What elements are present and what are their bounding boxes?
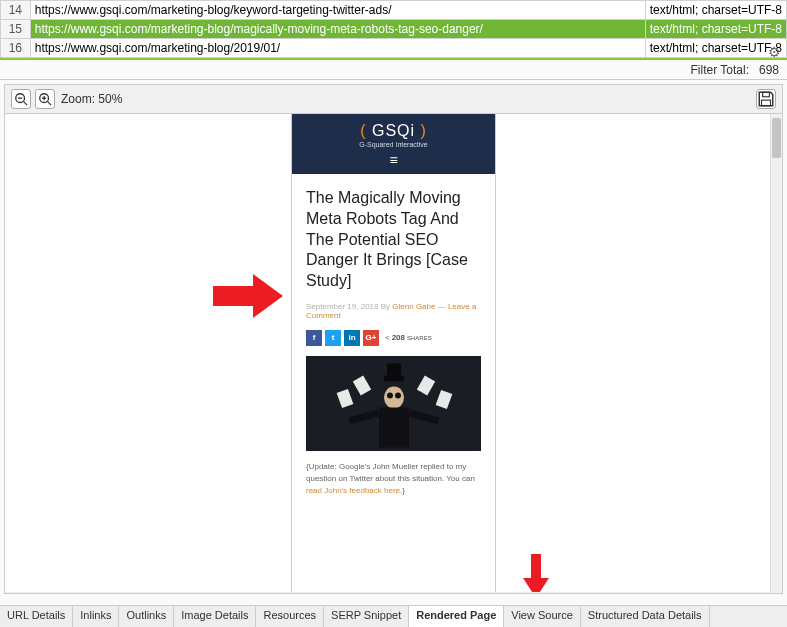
row-number: 14 [1, 1, 31, 20]
zoom-out-icon [14, 92, 28, 106]
gear-icon[interactable]: ⚙ [768, 44, 781, 60]
content-type-cell: text/html; charset=UTF-8 [645, 39, 786, 58]
share-linkedin-button[interactable]: in [344, 330, 360, 346]
article-meta: September 19, 2018 By Glenn Gabe — Leave… [306, 302, 481, 320]
zoom-in-icon [38, 92, 52, 106]
tab-inlinks[interactable]: Inlinks [73, 606, 119, 627]
mobile-preview: ( GSQi ) G-Squared Interactive ≡ The Mag… [291, 114, 496, 592]
svg-line-4 [48, 102, 52, 106]
article-hero-image [306, 356, 481, 451]
content-type-cell: text/html; charset=UTF-8 [645, 1, 786, 20]
vertical-scrollbar[interactable] [770, 114, 782, 592]
share-bar: f t in G+ < 208SHARES [306, 330, 481, 346]
update-link[interactable]: read John's feedback here [306, 486, 400, 495]
arrow-right-annotation [213, 274, 283, 318]
preview-toolbar: Zoom: 50% [5, 85, 782, 114]
site-logo: ( GSQi ) [292, 122, 495, 140]
tab-outlinks[interactable]: Outlinks [119, 606, 174, 627]
menu-icon[interactable]: ≡ [292, 152, 495, 168]
svg-rect-8 [762, 100, 771, 106]
article-update-note: {Update: Google's John Mueller replied t… [306, 461, 481, 497]
zoom-out-button[interactable] [11, 89, 31, 109]
render-area: ( GSQi ) G-Squared Interactive ≡ The Mag… [5, 114, 782, 592]
share-facebook-button[interactable]: f [306, 330, 322, 346]
article-title: The Magically Moving Meta Robots Tag And… [306, 188, 481, 292]
scrollbar-thumb[interactable] [772, 118, 781, 158]
content-type-cell: text/html; charset=UTF-8 [645, 20, 786, 39]
svg-line-1 [24, 102, 28, 106]
share-twitter-button[interactable]: t [325, 330, 341, 346]
row-number: 15 [1, 20, 31, 39]
table-row[interactable]: 16 https://www.gsqi.com/marketing-blog/2… [1, 39, 787, 58]
svg-rect-14 [387, 364, 401, 378]
svg-marker-9 [213, 274, 283, 318]
tab-rendered-page[interactable]: Rendered Page [409, 606, 504, 627]
tab-view-source[interactable]: View Source [504, 606, 581, 627]
preview-header: ( GSQi ) G-Squared Interactive ≡ [292, 114, 495, 174]
filter-label: Filter Total: [691, 63, 749, 77]
tab-structured-data-details[interactable]: Structured Data Details [581, 606, 710, 627]
filter-value: 698 [759, 63, 779, 77]
url-cell[interactable]: https://www.gsqi.com/marketing-blog/magi… [30, 20, 645, 39]
tab-url-details[interactable]: URL Details [0, 606, 73, 627]
url-cell[interactable]: https://www.gsqi.com/marketing-blog/2019… [30, 39, 645, 58]
zoom-in-button[interactable] [35, 89, 55, 109]
share-googleplus-button[interactable]: G+ [363, 330, 379, 346]
url-cell[interactable]: https://www.gsqi.com/marketing-blog/keyw… [30, 1, 645, 20]
svg-point-16 [395, 393, 401, 399]
site-subtitle: G-Squared Interactive [292, 141, 495, 148]
article-date: September 19, 2018 [306, 302, 379, 311]
preview-body: The Magically Moving Meta Robots Tag And… [292, 174, 495, 505]
svg-point-15 [387, 393, 393, 399]
table-row[interactable]: 15 https://www.gsqi.com/marketing-blog/m… [1, 20, 787, 39]
url-table: 14 https://www.gsqi.com/marketing-blog/k… [0, 0, 787, 58]
svg-point-12 [384, 387, 404, 409]
share-count: < 208SHARES [385, 333, 432, 342]
filter-bar: ⚙ Filter Total: 698 [0, 58, 787, 80]
row-number: 16 [1, 39, 31, 58]
save-button[interactable] [756, 89, 776, 109]
save-icon [757, 90, 775, 108]
article-author[interactable]: Glenn Gabe [392, 302, 435, 311]
tab-serp-snippet[interactable]: SERP Snippet [324, 606, 409, 627]
zoom-label: Zoom: 50% [61, 92, 122, 106]
table-row[interactable]: 14 https://www.gsqi.com/marketing-blog/k… [1, 1, 787, 20]
tab-image-details[interactable]: Image Details [174, 606, 256, 627]
bottom-tab-bar: URL Details Inlinks Outlinks Image Detai… [0, 605, 787, 627]
arrow-down-annotation [523, 554, 549, 592]
svg-rect-17 [379, 408, 409, 448]
tab-resources[interactable]: Resources [256, 606, 324, 627]
svg-marker-10 [523, 554, 549, 592]
preview-panel: Zoom: 50% ( GSQi ) G-Squared Interactive… [4, 84, 783, 594]
